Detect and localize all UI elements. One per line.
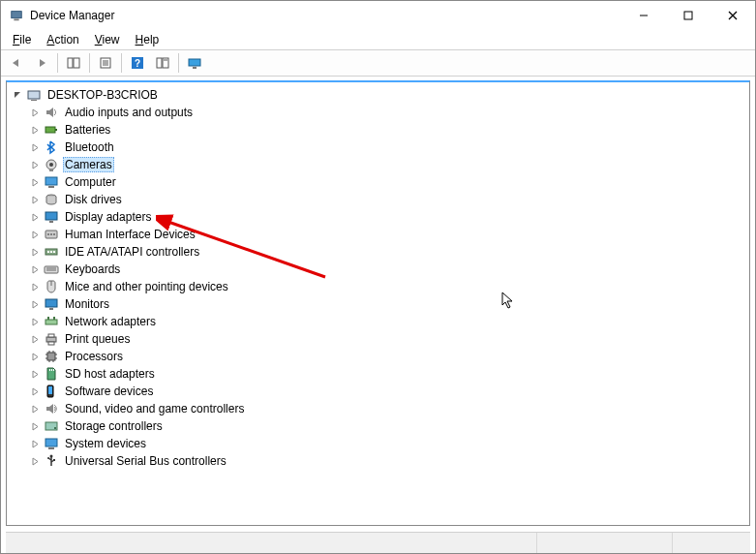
expander-icon[interactable] [28,140,42,154]
tree-item-network[interactable]: Network adapters [11,313,749,330]
svg-rect-48 [46,337,56,342]
tree-item-system[interactable]: System devices [11,435,749,452]
ide-icon [44,244,59,260]
toolbar-back-button[interactable] [5,51,28,75]
svg-rect-21 [45,127,55,133]
toolbar-monitor-button[interactable] [183,51,206,75]
tree-item-label: IDE ATA/ATAPI controllers [63,245,201,259]
expander-icon[interactable] [28,315,42,328]
tree-item-mouse[interactable]: Mice and other pointing devices [11,278,749,295]
tree-item-ide[interactable]: IDE ATA/ATAPI controllers [11,243,749,261]
expander-icon[interactable] [11,88,24,102]
svg-rect-6 [68,58,73,68]
toolbar: ? [1,49,755,77]
menu-file[interactable]: File [5,32,39,47]
expander-icon[interactable] [28,158,42,171]
svg-rect-0 [12,12,22,18]
tree-item-label: Storage controllers [63,419,165,433]
toolbar-separator [89,53,90,73]
toolbar-properties-button[interactable] [94,51,117,75]
expander-icon[interactable] [28,332,42,346]
expander-icon[interactable] [28,193,42,206]
tree-item-label: Human Interface Devices [63,228,197,241]
tree-item-label: Mice and other pointing devices [63,280,230,293]
tree-item-audio[interactable]: Audio inputs and outputs [11,104,749,121]
expander-icon[interactable] [28,210,42,224]
tree-item-printer[interactable]: Print queues [11,330,749,348]
tree-item-display[interactable]: Display adapters [11,208,749,226]
status-segment [673,533,750,553]
tree-item-sd[interactable]: SD host adapters [11,365,749,383]
keyboard-icon [44,262,59,277]
expander-icon[interactable] [28,123,42,137]
tree-item-cpu[interactable]: Processors [11,348,749,365]
expander-icon[interactable] [28,262,42,276]
expander-icon[interactable] [28,350,42,363]
svg-rect-18 [193,67,197,69]
display-icon [44,209,59,225]
device-tree-pane[interactable]: DESKTOP-B3CRIOBAudio inputs and outputsB… [6,80,750,526]
close-button[interactable] [711,1,755,30]
expander-icon[interactable] [28,419,42,433]
tree-item-sound[interactable]: Sound, video and game controllers [11,400,749,417]
svg-rect-62 [53,369,54,371]
svg-rect-3 [684,12,692,19]
maximize-button[interactable] [666,1,711,30]
svg-rect-51 [47,353,55,360]
tree-item-label: Network adapters [63,315,158,328]
menubar: File Action View Help [1,30,755,49]
status-segment [6,533,537,553]
svg-point-24 [49,163,53,167]
tree-item-disk[interactable]: Disk drives [11,191,749,208]
tree-item-monitor[interactable]: Monitors [11,295,749,313]
tree-item-computer[interactable]: Computer [11,173,749,191]
expander-icon[interactable] [28,106,42,119]
status-segment [537,533,673,553]
printer-icon [44,331,59,347]
toolbar-separator [121,53,122,73]
tree-item-label: SD host adapters [63,367,157,381]
toolbar-help-button[interactable]: ? [126,51,149,75]
tree-item-usb[interactable]: Universal Serial Bus controllers [11,452,749,470]
tree-item-software[interactable]: Software devices [11,383,749,400]
menu-action[interactable]: Action [39,32,86,47]
expander-icon[interactable] [28,437,42,450]
tree-item-hid[interactable]: Human Interface Devices [11,226,749,243]
expander-icon[interactable] [28,280,42,293]
tree-root[interactable]: DESKTOP-B3CRIOB [11,86,749,104]
tree-item-label: Batteries [63,123,112,137]
toolbar-refresh-button[interactable] [151,51,174,75]
menu-help[interactable]: Help [128,32,167,47]
tree-root-label: DESKTOP-B3CRIOB [45,88,160,102]
software-icon [44,384,59,399]
tree-item-bluetooth[interactable]: Bluetooth [11,138,749,156]
toolbar-showhide-button[interactable] [62,51,85,75]
tree-item-keyboard[interactable]: Keyboards [11,261,749,278]
expander-icon[interactable] [28,385,42,398]
bluetooth-icon [44,139,59,155]
expander-icon[interactable] [28,402,42,416]
tree-item-battery[interactable]: Batteries [11,121,749,138]
expander-icon[interactable] [28,175,42,189]
hid-icon [44,227,59,242]
svg-rect-7 [74,58,79,68]
expander-icon[interactable] [28,245,42,259]
tree-item-label: Print queues [63,332,132,346]
svg-point-34 [53,233,55,235]
expander-icon[interactable] [28,228,42,241]
window-controls [621,1,755,30]
tree-item-storage[interactable]: Storage controllers [11,417,749,435]
menu-view[interactable]: View [87,32,128,47]
svg-rect-68 [48,447,54,449]
svg-rect-61 [51,369,52,371]
toolbar-forward-button[interactable] [30,51,53,75]
expander-icon[interactable] [28,297,42,311]
mouse-icon [44,279,59,294]
svg-rect-37 [50,251,52,253]
expander-icon[interactable] [28,454,42,468]
expander-icon[interactable] [28,367,42,381]
svg-rect-47 [53,317,55,320]
tree-item-camera[interactable]: Cameras [11,156,749,173]
minimize-button[interactable] [621,1,666,30]
tree-item-label: Monitors [63,297,111,311]
